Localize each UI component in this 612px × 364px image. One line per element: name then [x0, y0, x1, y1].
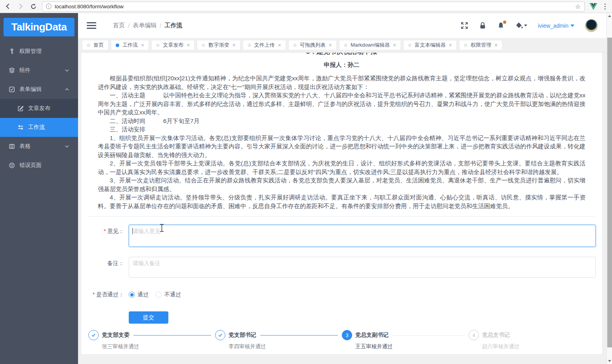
browser-menu-icon[interactable] [602, 4, 608, 9]
section-divider [88, 216, 596, 217]
tab-count-to[interactable]: 数字渐变 × [197, 40, 240, 50]
workflow-card: 8：建党节庆祝活动申报 申报人：孙二 根据县委组织部(组织[20xx]21)文件… [81, 53, 602, 355]
radio-unselected-icon [156, 292, 162, 298]
breadcrumb-home[interactable]: 首页 [113, 22, 125, 29]
url-bar[interactable]: i localhost:8080/form/workflow ☆ [42, 2, 585, 11]
page-info-icon[interactable]: i [46, 4, 51, 9]
approval-form: 意见： 备注： 是否通过： [88, 225, 596, 324]
workflow-icon [17, 124, 24, 131]
vue-devtools-icon[interactable] [589, 2, 597, 10]
theme-bucket-icon[interactable] [515, 22, 527, 29]
chevron-down-icon [65, 144, 69, 149]
sidebar-item-article-publish[interactable]: 文章发布 [0, 99, 78, 118]
breadcrumb-form-edit[interactable]: 表单编辑 [133, 22, 156, 29]
scrollbar-thumb[interactable] [607, 38, 612, 347]
tab-rich-text-editor[interactable]: 富文本编辑器 × [403, 40, 457, 50]
app-logo[interactable]: TalkingData [4, 18, 74, 36]
sidebar-item-components[interactable]: 组件 [0, 61, 78, 80]
sidebar-item-label: 权限管理 [19, 48, 42, 55]
sidebar-item-label: 表格 [19, 143, 31, 150]
sidebar-item-label: 组件 [19, 67, 31, 74]
step-title: 党支部支委 [102, 332, 130, 339]
url-text[interactable]: localhost:8080/form/workflow [55, 4, 572, 9]
remark-textarea[interactable] [129, 257, 596, 278]
sidebar-item-workflow[interactable]: 工作流 [0, 118, 78, 137]
sidebar-submenu-form-edit: 文章发布 工作流 [0, 99, 78, 137]
remark-label: 备注： [88, 257, 129, 279]
step-check-icon [88, 330, 99, 340]
step-3: 3 党总支副书记 王五审核并通过 [342, 330, 469, 350]
tab-home[interactable]: 首页 [82, 40, 109, 50]
text-caret [132, 228, 133, 234]
step-check-icon [215, 330, 225, 340]
tab-upload[interactable]: 文件上传 × [243, 40, 286, 50]
step-content: 张三审核并通过 [102, 343, 215, 350]
step-2: 党支部书记 李四审核并通过 [215, 330, 342, 350]
tab-close-icon[interactable]: × [494, 42, 498, 48]
tab-close-icon[interactable]: × [278, 42, 281, 48]
paragraph: 一、活动主题 以中国特色社会主义理论为指导，深入贯彻落实党的十八大、十八届四中全… [98, 91, 585, 117]
submit-button[interactable]: 提交 [129, 311, 168, 324]
scroll-up-icon[interactable] [607, 13, 612, 19]
sidebar-toggle-icon[interactable] [87, 22, 96, 29]
error-page-icon [9, 162, 15, 169]
chevron-down-icon [65, 68, 69, 73]
browser-address-bar: i localhost:8080/form/workflow ☆ [0, 0, 612, 13]
radio-fail[interactable]: 不通过 [156, 291, 181, 298]
avatar[interactable] [585, 19, 598, 32]
sidebar-item-error-page[interactable]: 错误页面 [0, 156, 78, 175]
scroll-down-icon[interactable] [607, 358, 612, 364]
paragraph: 三、活动安排 [98, 125, 585, 134]
opinion-textarea[interactable] [129, 225, 596, 247]
tab-dot-icon [87, 44, 90, 47]
step-content: 王五审核并通过 [355, 343, 469, 350]
tab-close-icon[interactable]: × [449, 42, 452, 48]
step-title: 党总支书记 [482, 332, 510, 339]
tab-dot-icon [202, 44, 205, 47]
step-title: 党总支副书记 [355, 332, 389, 339]
sidebar-item-permission[interactable]: 权限管理 [0, 42, 78, 61]
tab-close-icon[interactable]: × [232, 42, 235, 48]
user-caret-icon [570, 25, 574, 27]
step-4: 4 党总支书记 赵六审核并通过 [469, 330, 520, 350]
tab-dot-icon [156, 44, 160, 47]
browser-forward-icon[interactable] [17, 2, 25, 10]
tab-close-icon[interactable]: × [187, 42, 190, 48]
step-title: 党支部书记 [229, 332, 256, 339]
bell-icon[interactable] [497, 22, 505, 29]
components-icon [9, 67, 15, 74]
tab-drag-list[interactable]: 可拖拽列表 × [288, 40, 337, 50]
browser-refresh-icon[interactable] [29, 2, 37, 10]
header-actions: iview_admin [461, 19, 598, 32]
bookmark-star-icon[interactable]: ☆ [575, 3, 581, 10]
lock-icon[interactable] [479, 22, 486, 29]
radio-pass[interactable]: 通过 [129, 291, 149, 298]
user-menu[interactable]: iview_admin [538, 23, 574, 29]
article-publish-icon [17, 105, 24, 112]
tab-close-icon[interactable]: × [393, 42, 396, 48]
tab-markdown-editor[interactable]: Markdown编辑器 × [339, 40, 401, 50]
browser-back-icon[interactable] [4, 2, 12, 10]
step-connector [260, 335, 338, 336]
page-content: 8：建党节庆祝活动申报 申报人：孙二 根据县委组织部(组织[20xx]21)文件… [78, 53, 606, 364]
sidebar-item-table[interactable]: 表格 [0, 137, 78, 156]
paragraph: 1、组织党员开展一次集体学习活动。各党(总)支部要组织开展一次集体学习讨论，重点… [98, 134, 585, 159]
tab-close-icon[interactable]: × [141, 42, 144, 48]
tab-article-publish[interactable]: 文章发布 × [151, 40, 194, 50]
sidebar-item-form-edit[interactable]: 表单编辑 [0, 80, 78, 99]
key-icon [9, 48, 15, 55]
tab-permission[interactable]: 权限管理 × [459, 40, 502, 50]
paragraph: 二、活动时间 6月下旬至7月 [98, 117, 585, 125]
paragraph: 4、开展一次调研走访活动。坚持领导带头、分级负责，扎实开展好调研走访活动。要真正… [98, 193, 585, 210]
step-number: 3 [342, 330, 352, 340]
document-title: 8：建党节庆祝活动申报 [88, 53, 596, 56]
tab-dot-icon [464, 44, 467, 47]
sidebar-item-label: 错误页面 [19, 162, 42, 169]
fullscreen-icon[interactable] [461, 22, 468, 29]
sidebar: TalkingData 权限管理 组件 表单编辑 文章发布 [0, 13, 78, 364]
tab-close-icon[interactable]: × [329, 42, 332, 48]
top-header: 首页 / 表单编辑 / 工作流 [78, 13, 606, 38]
opinion-label: 意见： [88, 225, 129, 248]
tab-workflow[interactable]: 工作流 × [111, 40, 149, 50]
page-scrollbar[interactable] [606, 13, 612, 364]
